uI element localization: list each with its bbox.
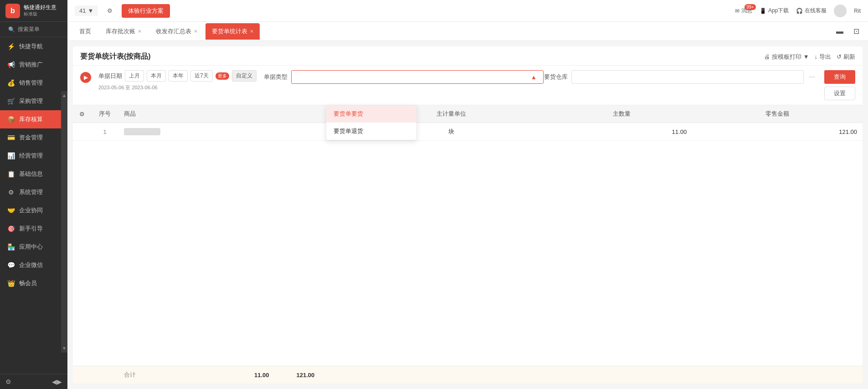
user-name: Rit — [854, 8, 861, 14]
tab-inventory-batch[interactable]: 库存批次账 × — [99, 23, 148, 40]
sidebar-item-sales[interactable]: 💰 销售管理 — [0, 74, 67, 92]
row-amount-cell: 121.00 — [692, 123, 863, 141]
inventory-icon: 📦 — [6, 115, 15, 124]
sidebar-item-label: 畅会员 — [19, 279, 37, 287]
sidebar-scrollbar[interactable]: ▲ ▼ — [61, 91, 67, 353]
warehouse-filter-group: 要货仓库 ··· — [544, 70, 817, 84]
sidebar-item-basic[interactable]: 📋 基础信息 — [0, 165, 67, 183]
tab-home-label: 首页 — [79, 27, 91, 36]
filter-expand-button[interactable]: ▶ — [80, 72, 91, 83]
top-header: 41 ▼ ⚙ 体验行业方案 ✉ 消息 99+ 📱 App下载 🎧 在线客服 Ri… — [67, 0, 868, 22]
date-range-text: 2023-05-06 至 2023-06-06 — [98, 84, 257, 91]
row-qty-cell: 11.00 — [551, 123, 692, 141]
export-label: 导出 — [819, 53, 831, 61]
sidebar-item-member[interactable]: 👑 畅会员 — [0, 274, 67, 292]
tab-requisition-stat-close[interactable]: × — [250, 28, 253, 35]
print-button[interactable]: 🖨 按模板打印 ▼ — [764, 53, 809, 61]
dropdown-item-requisition-order[interactable]: 要货单要货 — [326, 105, 416, 123]
sidebar-item-guide[interactable]: 🎯 新手引导 — [0, 220, 67, 238]
sidebar-item-inventory[interactable]: 📦 库存核算 — [0, 110, 67, 128]
sales-icon: 💰 — [6, 78, 15, 87]
filter-more-button[interactable]: ··· — [807, 73, 817, 81]
tab-minimize-button[interactable]: ▬ — [833, 25, 846, 38]
tab-requisition-stat-label: 要货单统计表 — [212, 27, 247, 36]
sidebar-search-item[interactable]: 🔍 搜索菜单 — [0, 22, 67, 37]
dropdown-item-requisition-return[interactable]: 要货单退货 — [326, 123, 416, 140]
footer-qty: 11.00 — [254, 372, 269, 379]
this-month-button[interactable]: 本月 — [147, 70, 166, 82]
trial-button[interactable]: 体验行业方案 — [122, 4, 170, 18]
export-button[interactable]: ↓ 导出 — [815, 53, 832, 61]
member-icon: 👑 — [6, 279, 15, 288]
settings-button[interactable]: ⚙ — [5, 378, 11, 385]
sidebar-item-finance[interactable]: 💳 资金管理 — [0, 128, 67, 147]
sidebar-item-label: 企业微信 — [19, 261, 43, 269]
tab-recv-summary[interactable]: 收发存汇总表 × — [149, 23, 204, 40]
export-icon: ↓ — [815, 53, 818, 60]
prev-month-button[interactable]: 上月 — [125, 70, 144, 82]
query-button[interactable]: 查询 — [824, 70, 855, 84]
sidebar-item-label: 快捷导航 — [19, 42, 43, 51]
refresh-icon: ↺ — [837, 53, 842, 60]
sidebar-item-label: 资金管理 — [19, 133, 43, 142]
sidebar-item-quick-nav[interactable]: ⚡ 快捷导航 — [0, 37, 67, 56]
online-service-button[interactable]: 🎧 在线客服 — [796, 7, 827, 15]
sidebar-item-wechat[interactable]: 💬 企业微信 — [0, 256, 67, 274]
tab-inventory-batch-close[interactable]: × — [138, 28, 141, 35]
type-filter-group: 单据类型 ▲ — [264, 70, 537, 84]
branch-number: 41 — [79, 7, 86, 14]
sidebar-item-marketing[interactable]: 📢 营销推广 — [0, 56, 67, 74]
type-filter-arrow[interactable]: ▲ — [531, 74, 537, 81]
this-year-button[interactable]: 本年 — [169, 70, 188, 82]
search-icon: 🔍 — [8, 26, 15, 33]
dropdown-item-label: 要货单要货 — [334, 110, 363, 117]
collapse-button[interactable]: ◀▶ — [52, 378, 62, 385]
header-gear-button[interactable]: ⚙ — [103, 5, 116, 17]
sidebar-logo: b 畅捷通好生意 标准版 — [0, 0, 67, 22]
col-no: 序号 — [91, 105, 118, 123]
tab-actions: ▬ ⊡ — [833, 25, 863, 38]
tab-requisition-stat[interactable]: 要货单统计表 × — [205, 23, 260, 40]
user-avatar[interactable] — [834, 5, 847, 17]
sidebar-item-appstore[interactable]: 🏪 应用中心 — [0, 238, 67, 256]
scroll-up-arrow[interactable]: ▲ — [62, 93, 67, 98]
message-icon: ✉ — [735, 8, 740, 14]
tab-recv-summary-label: 收发存汇总表 — [156, 27, 191, 36]
app-download-button[interactable]: 📱 App下载 — [760, 7, 789, 15]
table-body: 1 块 11.00 121.00 — [73, 123, 863, 141]
page-actions: 🖨 按模板打印 ▼ ↓ 导出 ↺ 刷新 — [764, 53, 855, 61]
table-settings-icon[interactable]: ⚙ — [79, 111, 85, 118]
page-title-bar: 要货单统计表(按商品) 🖨 按模板打印 ▼ ↓ 导出 ↺ 刷新 — [73, 46, 863, 66]
app-version: 标准版 — [24, 11, 56, 17]
more-badge[interactable]: 更多 — [216, 72, 229, 80]
app-label: App下载 — [768, 7, 789, 15]
warehouse-filter-input[interactable] — [571, 70, 804, 84]
sidebar-item-operation[interactable]: 📊 经营管理 — [0, 147, 67, 165]
message-button[interactable]: ✉ 消息 99+ — [735, 7, 752, 15]
recent-button[interactable]: 近7天 — [190, 70, 213, 82]
sidebar-item-system[interactable]: ⚙ 系统管理 — [0, 183, 67, 201]
basic-icon: 📋 — [6, 169, 15, 179]
sidebar-item-cooperation[interactable]: 🤝 企业协同 — [0, 201, 67, 220]
custom-date-button[interactable]: 自定义 — [232, 70, 257, 82]
row-settings-cell — [73, 123, 91, 141]
set-button[interactable]: 设置 — [824, 87, 855, 100]
branch-dropdown-icon: ▼ — [87, 7, 93, 14]
col-settings[interactable]: ⚙ — [73, 105, 91, 123]
wechat-icon: 💬 — [6, 261, 15, 270]
refresh-button[interactable]: ↺ 刷新 — [837, 53, 855, 61]
table-container: ⚙ 序号 商品 主计量单位 主数量 零售金额 1 — [73, 105, 863, 366]
guide-icon: 🎯 — [6, 224, 15, 233]
scroll-down-arrow[interactable]: ▼ — [62, 346, 67, 351]
table-footer: 合计 11.00 121.00 — [73, 366, 863, 384]
footer-label: 合计 — [124, 371, 136, 379]
branch-selector[interactable]: 41 ▼ — [75, 5, 98, 16]
finance-icon: 💳 — [6, 133, 15, 142]
tab-expand-button[interactable]: ⊡ — [850, 25, 863, 38]
type-filter-input[interactable] — [291, 70, 544, 84]
tab-inventory-batch-label: 库存批次账 — [106, 27, 135, 36]
tab-recv-summary-close[interactable]: × — [194, 28, 197, 35]
refresh-label: 刷新 — [843, 53, 855, 61]
tab-home[interactable]: 首页 — [73, 23, 98, 40]
sidebar-item-purchase[interactable]: 🛒 采购管理 — [0, 92, 67, 110]
